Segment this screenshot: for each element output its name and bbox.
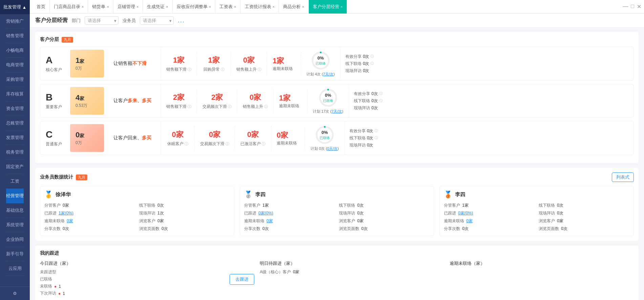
more-filter-btn[interactable]: ... [178,17,185,24]
stat-info-icon[interactable]: ⓘ [226,141,229,146]
staff-data-value-2-6: 0次 [462,226,469,232]
follow-row-0: 未跟进型 [40,269,224,275]
follow-row-3-icon: ● [58,291,61,296]
goto-follow-btn[interactable]: 去跟进 [230,274,254,285]
tier-slogan-C: 让客户回来、多买 [107,121,161,155]
staff-data-link-2-4[interactable]: 0家 [466,218,473,224]
tab-close-store-products[interactable]: × [82,5,84,9]
sidebar-item-cloud[interactable]: 云应用 [6,261,24,276]
tab-payroll[interactable]: 工资表× [215,0,240,14]
staff-select[interactable]: 请选择 [140,16,174,25]
stat-info-icon[interactable]: ⓘ [228,104,232,109]
staff-data-row-0-7: 浏览页面数 0次 [139,226,230,232]
staff-data-row-0-3: 现场拜访 1次 [139,210,230,216]
right-stat-info-A-1[interactable]: ⓘ [370,61,374,66]
staff-data-label-2-4: 逾期未联络 [444,218,464,224]
tab-close-sales-order[interactable]: × [107,5,109,9]
sidebar-item-invoice[interactable]: 发票管理 [6,131,24,145]
stat-info-icon[interactable]: ⓘ [258,67,261,72]
right-stat-info-C-1[interactable]: ⓘ [374,136,378,140]
right-stat-info-B-1[interactable]: ⓘ [379,98,383,103]
window-close-icon[interactable]: ✕ [637,3,641,10]
sidebar-item-mini[interactable]: 小畅电商 [6,43,24,58]
plan-link-${tier.id}[interactable]: 7天/次 [323,72,334,76]
sidebar-item-sales[interactable]: 销售管理 [6,29,24,43]
tab-sales-order[interactable]: 销货单× [88,0,113,14]
staff-data-link-0-4[interactable]: 0家 [67,218,73,224]
tab-home[interactable]: 首页 [33,0,50,14]
plan-link-${tier.id}[interactable]: 7天/次 [331,109,342,113]
follow-row-2: 未联络 ● 1 [40,283,224,289]
tab-close-payroll-stat[interactable]: × [273,5,275,9]
staff-data-row-1-0: 分管客户 1家 [244,203,335,208]
staff-data-row-1-7: 浏览页面数 0次 [339,226,430,232]
circle-percent-C: 0% [320,130,330,135]
plan-link-${tier.id}[interactable]: 0天/次 [327,146,338,151]
tab-close-voucher[interactable]: × [166,5,168,9]
right-stat-value-B-1: 0次 [371,98,378,104]
sidebar-item-ecom[interactable]: 电商管理 [6,58,24,72]
window-maximize-icon[interactable]: □ [631,3,634,10]
tab-receivable[interactable]: 应收应付调整单× [173,0,215,14]
follow-row-3: 下次拜访 ● 1 [40,291,224,296]
sidebar-item-purchase[interactable]: 采购管理 [6,72,24,87]
dept-select[interactable]: 请选择 [85,16,119,25]
right-stat-row-B-1: 线下联络 0次 ⓘ [354,98,392,104]
list-view-btn[interactable]: 列表式 [612,172,634,182]
tier-count-B: 4家 0.53万 [70,87,104,115]
sidebar-item-assets[interactable]: 固定资产 [6,160,24,174]
sidebar-item-tax[interactable]: 税务管理 [6,145,24,160]
stat-info-icon[interactable]: ⓘ [188,67,191,72]
tab-close-payroll[interactable]: × [234,5,236,9]
sidebar-item-guide[interactable]: 新手引导 [6,247,24,261]
tab-voucher[interactable]: 生成凭证× [143,0,172,14]
stat-info-icon[interactable]: ⓘ [185,141,188,146]
right-stat-info-C-0[interactable]: ⓘ [374,129,378,133]
right-stat-info-A-0[interactable]: ⓘ [370,54,374,59]
follow-row-2-label: 未联络 [40,283,52,289]
stat-box-A-2: 0家 销售额上升 ⓘ [231,52,267,76]
tab-close-customer-tier[interactable]: × [341,5,343,9]
sidebar-top-item[interactable]: 批发管理 ▲ [0,0,30,14]
tier-letter-C: C [46,129,62,140]
stat-info-icon[interactable]: ⓘ [188,104,191,109]
sidebar-item-inventory[interactable]: 库存核算 [6,87,24,101]
sidebar-item-mgmt[interactable]: 经营管理 [6,189,24,203]
tier-stats-A: 1家 销售额下滑 ⓘ 1家 回购异常 ⓘ 0家 销售额上升 ⓘ 1家 逾期未联络 [161,47,634,80]
page-title: 客户分层经营 [35,17,68,24]
sidebar-item-finance[interactable]: 资金管理 [6,101,24,116]
stat-info-icon[interactable]: ⓘ [221,67,224,72]
staff-medal-0: 🥇 [44,190,53,199]
tab-close-goods-analysis[interactable]: × [302,5,304,9]
follow-row-3-val: 1 [63,291,65,296]
sidebar-item-basic[interactable]: 基础信息 [6,203,24,218]
staff-data-row-1-1: 线下联络 0次 [339,203,430,208]
tab-close-store-mgmt[interactable]: × [136,5,138,9]
tab-close-receivable[interactable]: × [209,5,211,9]
sidebar-item-marketing[interactable]: 营销推广 [6,14,24,29]
tab-goods-analysis[interactable]: 商品分析× [279,0,308,14]
tab-payroll-stat[interactable]: 工资统计报表× [241,0,279,14]
staff-data-link-1-4[interactable]: 0家 [266,218,273,224]
staff-data-link-2-2[interactable]: 0家(0%) [458,210,473,216]
sidebar-item-ledger[interactable]: 总账管理 [6,116,24,131]
window-minimize-icon[interactable]: — [623,3,628,10]
sidebar-settings[interactable]: ⚙ [0,286,30,300]
circle-plan-C: 计划 0次 (0天/次) [310,146,339,151]
tier-stats-B: 2家 销售额下滑 ⓘ 2家 交易频次下滑 ⓘ 0家 销售额上升 ⓘ 1家 逾期未… [161,84,634,117]
stat-info-icon[interactable]: ⓘ [262,141,265,146]
tab-store-mgmt[interactable]: 店铺管理× [113,0,143,14]
right-stat-info-B-0[interactable]: ⓘ [379,91,383,96]
stat-info-icon[interactable]: ⓘ [264,104,268,109]
sidebar-item-system[interactable]: 系统管理 [6,218,24,232]
staff-data-link-1-2[interactable]: 0家(0%) [258,210,273,216]
stat-number-C-0: 0家 [172,130,183,140]
sidebar-item-salary[interactable]: 工资 [6,174,24,189]
staff-data-row-0-6: 分享次数 0次 [44,226,135,232]
dept-filter-label: 部门 [72,18,81,24]
tab-actions: — □ ✕ [623,3,641,10]
tab-store-products[interactable]: 门店商品目录× [50,0,88,14]
staff-data-link-0-2[interactable]: 1家(0%) [59,210,73,216]
sidebar-item-corp[interactable]: 企业协同 [6,232,24,247]
tab-customer-tier[interactable]: 客户分层经营× [309,0,347,14]
